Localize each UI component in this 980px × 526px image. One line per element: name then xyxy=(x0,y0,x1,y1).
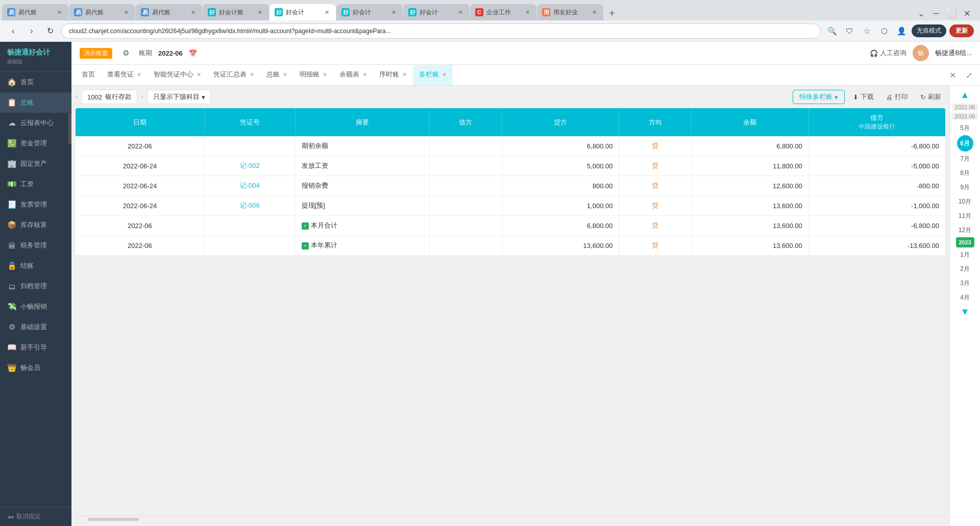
tab-summary[interactable]: 凭证汇总表 ✕ xyxy=(207,65,260,85)
month-8-button[interactable]: 8月 xyxy=(954,166,976,180)
tab-2-close[interactable]: ✕ xyxy=(122,8,130,16)
multi-account-button[interactable]: 特殊多栏账 ▾ xyxy=(793,90,845,104)
sidebar-item-salary[interactable]: 💵 工资 xyxy=(0,174,71,194)
sidebar-item-archive[interactable]: 🗂 归档管理 xyxy=(0,276,71,296)
month-2023-2-button[interactable]: 2月 xyxy=(954,262,976,276)
tab-9-close[interactable]: ✕ xyxy=(590,8,598,16)
sidebar-item-tax[interactable]: 🏛 税务管理 xyxy=(0,235,71,256)
print-button[interactable]: 🖨 打印 xyxy=(882,90,912,104)
horizontal-scrollbar[interactable] xyxy=(76,516,945,522)
new-tab-button[interactable]: + xyxy=(604,6,620,20)
date-nav-up-button[interactable]: ▲ xyxy=(959,88,972,103)
tab-home[interactable]: 首页 xyxy=(76,65,101,85)
sidebar-item-expense[interactable]: 💸 小畅报销 xyxy=(0,296,71,317)
tab-5[interactable]: 好 好会计 ✕ xyxy=(270,4,336,20)
sidebar-item-settings[interactable]: ⚙ 基础设置 xyxy=(0,317,71,337)
month-11-button[interactable]: 11月 xyxy=(954,209,976,223)
close-window-button[interactable]: ✕ xyxy=(960,6,974,20)
download-button[interactable]: ⬇ 下载 xyxy=(849,90,878,104)
month-5-button[interactable]: 5月 xyxy=(954,121,976,135)
sidebar-item-guide[interactable]: 📖 新手引导 xyxy=(0,337,71,358)
tab-3-close[interactable]: ✕ xyxy=(189,8,197,16)
search-button[interactable]: 🔍 xyxy=(825,24,839,38)
sidebar-item-reports[interactable]: ☁ 云报表中心 xyxy=(0,113,71,133)
tab-multi-close[interactable]: ✕ xyxy=(442,71,447,78)
tab-4[interactable]: 好 好会计账 ✕ xyxy=(203,4,269,20)
url-bar[interactable]: cloud2.chanjet.com/accounting/uh26t264j5… xyxy=(61,23,821,39)
sidebar-item-funds[interactable]: 💹 资金管理 xyxy=(0,133,71,154)
tab-4-close[interactable]: ✕ xyxy=(256,8,264,16)
top-bar: 演示账套 ⚙ 账期 2022-06 📅 🎧 人工咨询 畅 畅捷通B组... xyxy=(71,42,980,65)
refresh-button[interactable]: ↻ 刷新 xyxy=(916,90,945,104)
month-2023-4-button[interactable]: 4月 xyxy=(954,290,976,305)
month-6-button[interactable]: 6月 xyxy=(957,135,973,152)
month-12-button[interactable]: 12月 xyxy=(954,223,976,237)
sidebar-item-assets[interactable]: 🏢 固定资产 xyxy=(0,154,71,174)
tab-sequence-close[interactable]: ✕ xyxy=(402,71,407,78)
tab-detail-close[interactable]: ✕ xyxy=(323,71,327,78)
month-2023-3-button[interactable]: 3月 xyxy=(954,276,976,290)
cell-1-1[interactable]: 记-002 xyxy=(204,156,295,176)
minimize-button[interactable]: ─ xyxy=(929,6,943,20)
cell-3-1[interactable]: 记-006 xyxy=(204,196,295,216)
tab-detail[interactable]: 明细账 ✕ xyxy=(293,65,333,85)
tab-3[interactable]: 易 易代账 ✕ xyxy=(136,4,202,20)
month-9-button[interactable]: 9月 xyxy=(954,180,976,194)
sidebar-item-inventory[interactable]: 📦 库存核算 xyxy=(0,215,71,235)
update-button[interactable]: 更新 xyxy=(949,24,974,37)
account-selector[interactable]: 1002 银行存款 xyxy=(82,90,137,104)
tab-balance-close[interactable]: ✕ xyxy=(362,71,367,78)
close-panel-button[interactable]: ✕ xyxy=(945,68,960,82)
tab-vouchers-close[interactable]: ✕ xyxy=(137,71,141,78)
profile-button[interactable]: 👤 xyxy=(894,24,909,38)
sidebar-item-closing[interactable]: 🔒 结账 xyxy=(0,256,71,276)
mode-button[interactable]: 无痕模式 xyxy=(912,24,946,37)
tab-1[interactable]: 易 易代账 ✕ xyxy=(2,4,68,20)
restore-button[interactable]: ⬜ xyxy=(944,6,959,20)
month-2023-1-button[interactable]: 1月 xyxy=(954,247,976,262)
tab-summary-close[interactable]: ✕ xyxy=(250,71,254,78)
sidebar-item-member[interactable]: 👑 畅会员 xyxy=(0,358,71,378)
consult-button[interactable]: 🎧 人工咨询 xyxy=(870,48,906,58)
tab-6[interactable]: 好 好会计 ✕ xyxy=(336,4,403,20)
star-button[interactable]: ☆ xyxy=(860,24,874,38)
prev-account-button[interactable]: ‹ xyxy=(76,93,78,101)
pin-sidebar-button[interactable]: ◂◂ 取消固定 xyxy=(0,507,71,526)
sidebar-item-ledger[interactable]: 📋 总账 xyxy=(0,92,71,113)
cell-2-1[interactable]: 记-004 xyxy=(204,176,295,196)
tab-5-close[interactable]: ✕ xyxy=(323,8,331,16)
sidebar-item-invoice[interactable]: 🧾 发票管理 xyxy=(0,194,71,215)
filter-select[interactable]: 只显示下级科目 ▾ xyxy=(148,90,211,104)
filter-label: 只显示下级科目 xyxy=(153,92,200,102)
reload-button[interactable]: ↻ xyxy=(43,24,57,38)
calendar-icon[interactable]: 📅 xyxy=(189,49,197,57)
tab-sequence[interactable]: 序时账 ✕ xyxy=(373,65,413,85)
back-button[interactable]: ‹ xyxy=(6,24,20,38)
tab-vouchers[interactable]: 查看凭证 ✕ xyxy=(101,65,148,85)
tab-7[interactable]: 好 好会计 ✕ xyxy=(403,4,470,20)
next-account-button[interactable]: › xyxy=(141,93,143,101)
tab-7-close[interactable]: ✕ xyxy=(456,8,464,16)
tab-9[interactable]: 用 用友好业 ✕ xyxy=(537,4,603,20)
month-7-button[interactable]: 7月 xyxy=(954,152,976,166)
tab-smart-close[interactable]: ✕ xyxy=(197,71,201,78)
forward-button[interactable]: › xyxy=(24,24,39,38)
month-10-button[interactable]: 10月 xyxy=(954,194,976,209)
tab-balance[interactable]: 余额表 ✕ xyxy=(333,65,373,85)
tab-2[interactable]: 易 易代账 ✕ xyxy=(69,4,135,20)
tab-smart[interactable]: 智能凭证中心 ✕ xyxy=(148,65,207,85)
tab-1-close[interactable]: ✕ xyxy=(55,8,63,16)
settings-gear-icon[interactable]: ⚙ xyxy=(118,46,133,60)
expand-panel-button[interactable]: ⤢ xyxy=(962,68,976,82)
extension-button[interactable]: ⬡ xyxy=(877,24,891,38)
sidebar-item-home[interactable]: 🏠 首页 xyxy=(0,72,71,92)
tab-8[interactable]: C 企业工作 ✕ xyxy=(470,4,536,20)
user-avatar[interactable]: 畅 xyxy=(913,45,929,61)
date-nav-down-button[interactable]: ▼ xyxy=(959,305,972,319)
tab-multi[interactable]: 多栏账 ✕ xyxy=(413,65,453,85)
tab-general-close[interactable]: ✕ xyxy=(283,71,287,78)
tab-6-close[interactable]: ✕ xyxy=(389,8,398,16)
tab-general[interactable]: 总账 ✕ xyxy=(260,65,293,85)
tab-list-button[interactable]: ⌄ xyxy=(914,6,928,20)
tab-8-close[interactable]: ✕ xyxy=(523,8,531,16)
